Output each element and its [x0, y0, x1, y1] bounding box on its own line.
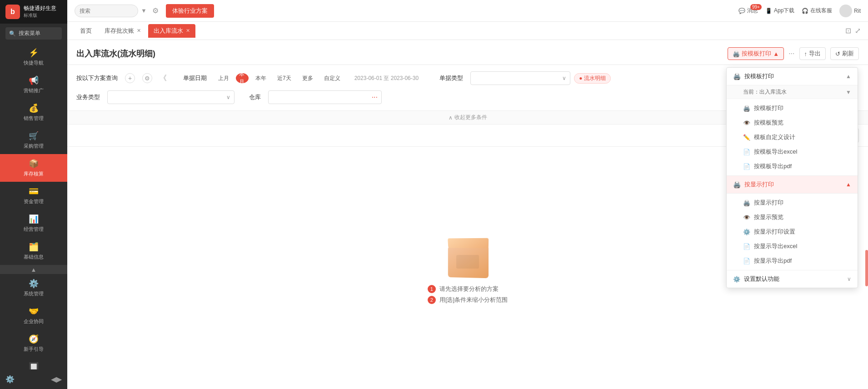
mobile-icon: 📱	[765, 8, 772, 14]
display-section-arrow: ▲	[846, 181, 851, 188]
filter-add-btn[interactable]: +	[125, 73, 135, 83]
purchase-icon: 🛒	[29, 131, 39, 141]
user-name: Rit	[854, 8, 861, 14]
topbar-settings-icon[interactable]: ⚙	[152, 6, 159, 15]
dropdown-template-custom[interactable]: ✏️ 模板自定义设计	[727, 130, 858, 145]
default-func-label: 设置默认功能	[744, 275, 779, 283]
sidebar-item-sales[interactable]: 💰 销售管理	[0, 99, 67, 126]
doc-type-select[interactable]: ∨	[470, 71, 570, 85]
user-menu[interactable]: Rit	[839, 5, 861, 17]
service-label: 在线客服	[810, 7, 832, 15]
dropdown-default-func[interactable]: ⚙️ 设置默认功能 ∨	[727, 270, 858, 288]
industry-solution-btn[interactable]: 体验行业方案	[166, 4, 214, 18]
tab-batch-account-close[interactable]: ✕	[137, 28, 141, 34]
app-download-label: App下载	[774, 7, 794, 15]
sidebar-item-quick-nav[interactable]: ⚡ 快捷导航	[0, 43, 67, 71]
dropdown-display-settings[interactable]: ⚙️ 按显示打印设置	[727, 224, 858, 239]
sales-icon: 💰	[29, 103, 39, 113]
dropdown-display-preview[interactable]: 👁️ 按显示预览	[727, 210, 858, 224]
dropdown-template-pdf[interactable]: 📄 按模板导出pdf	[727, 159, 858, 174]
current-template-label: 当前：出入库流水	[743, 88, 787, 96]
date-label: 单据日期	[183, 74, 207, 82]
export-icon: ↑	[804, 50, 808, 57]
tab-inout-flow[interactable]: 出入库流水 ✕	[148, 24, 195, 38]
sidebar-bottom: ⚙️ ◀▶	[0, 369, 67, 389]
dropdown-display-header[interactable]: 🖨️ 按显示打印 ▲	[727, 176, 858, 194]
tab-batch-account[interactable]: 库存批次账 ✕	[99, 24, 146, 38]
print-template-icon: 🖨️	[733, 73, 741, 80]
sidebar-item-system[interactable]: ⚙️ 系统管理	[0, 274, 67, 302]
user-avatar	[839, 5, 852, 17]
date-this-month[interactable]: 本月	[236, 73, 249, 83]
template-custom-icon: ✏️	[743, 134, 750, 141]
sidebar-item-purchase[interactable]: 🛒 采购管理	[0, 126, 67, 154]
notification-badge: 99+	[750, 4, 762, 10]
sidebar-item-app-center[interactable]: 🔲 应用中心	[0, 357, 67, 369]
display-excel-icon: 📄	[743, 243, 750, 250]
warehouse-select[interactable]: ···	[268, 90, 382, 104]
page-actions: 🖨️ 按模板打印 ▲ ··· ↑ 导出 ↺ 刷新	[728, 47, 859, 60]
export-btn[interactable]: ↑ 导出	[799, 47, 826, 60]
business-type-label: 业务类型	[76, 93, 100, 101]
sidebar-item-enterprise[interactable]: 🤝 企业协同	[0, 302, 67, 329]
online-service-btn[interactable]: 🎧 在线客服	[802, 7, 832, 15]
sidebar-item-inventory[interactable]: 📦 库存核算	[0, 154, 67, 182]
filter-settings-btn[interactable]: ⚙	[142, 73, 152, 83]
topbar-search-input[interactable]	[75, 5, 138, 17]
dropdown-template-preview[interactable]: 👁️ 按模板预览	[727, 115, 858, 130]
sidebar-item-guide[interactable]: 🧭 新手引导	[0, 329, 67, 357]
current-template-row[interactable]: 当前：出入库流水 ▼	[727, 85, 858, 99]
tab-batch-account-label: 库存批次账	[105, 27, 134, 35]
dropdown-display-header-left: 🖨️ 按显示打印	[733, 180, 774, 189]
sidebar-scroll-up[interactable]: ▲	[0, 265, 67, 274]
sidebar-item-basic-info[interactable]: 🗂️ 基础信息	[0, 237, 67, 265]
print-template-btn[interactable]: 🖨️ 按模板打印 ▲	[728, 47, 784, 60]
purchase-label: 采购管理	[24, 143, 44, 150]
empty-illustration	[440, 232, 495, 278]
dropdown-display-print[interactable]: 🖨️ 按显示打印	[727, 195, 858, 210]
date-range-display: 2023-06-01 至 2023-06-30	[354, 75, 419, 82]
refresh-btn[interactable]: ↺ 刷新	[830, 47, 859, 60]
business-type-select[interactable]: ∨	[107, 90, 234, 104]
dropdown-template-print[interactable]: 🖨️ 按模板打印	[727, 101, 858, 115]
date-last-month[interactable]: 上月	[214, 73, 233, 84]
inventory-icon: 📦	[29, 159, 39, 169]
dropdown-template-header[interactable]: 🖨️ 按模板打印 ▲	[727, 68, 858, 85]
default-func-arrow: ∨	[847, 276, 851, 282]
enterprise-label: 企业协同	[24, 318, 44, 325]
search-menu-button[interactable]: 🔍 搜索菜单	[5, 27, 62, 40]
tag-label: 流水明细	[584, 75, 606, 82]
page-title: 出入库流水(流水明细)	[76, 48, 155, 59]
sidebar-item-finance[interactable]: 💳 资金管理	[0, 182, 67, 209]
system-icon: ⚙️	[29, 279, 39, 289]
tab-inout-flow-close[interactable]: ✕	[186, 28, 190, 34]
template-items-group: 🖨️ 按模板打印 👁️ 按模板预览 ✏️ 模板自定义设计 📄 按模板导出exce…	[727, 99, 858, 176]
dropdown-template-header-left: 🖨️ 按模板打印	[733, 72, 774, 80]
display-print-icon: 🖨️	[733, 181, 741, 188]
filter-collapse-btn[interactable]: 《	[160, 74, 167, 83]
sidebar-settings-btn[interactable]: ⚙️	[5, 375, 15, 384]
sidebar-item-marketing[interactable]: 📢 营销推广	[0, 71, 67, 99]
dropdown-template-excel[interactable]: 📄 按模板导出excel	[727, 145, 858, 159]
print-more-icon[interactable]: ···	[788, 50, 794, 58]
date-this-year[interactable]: 本年	[251, 73, 270, 84]
template-custom-label: 模板自定义设计	[754, 133, 795, 141]
dropdown-display-excel[interactable]: 📄 按显示导出excel	[727, 239, 858, 254]
warehouse-more-btn[interactable]: ···	[372, 93, 378, 101]
date-custom[interactable]: 自定义	[320, 73, 344, 84]
dropdown-display-pdf[interactable]: 📄 按显示导出pdf	[727, 254, 858, 268]
finance-icon: 💳	[29, 186, 39, 196]
topbar-search-dropdown[interactable]: ▼	[141, 7, 147, 14]
operation-label: 经营管理	[24, 226, 44, 233]
sidebar-item-operation[interactable]: 📊 经营管理	[0, 209, 67, 237]
tab-restore-btn[interactable]: ⊡	[845, 26, 851, 35]
app-download-btn[interactable]: 📱 App下载	[765, 7, 794, 15]
sidebar-collapse-btn[interactable]: ◀▶	[51, 375, 62, 384]
tab-maximize-btn[interactable]: ⤢	[855, 26, 861, 35]
notification-btn[interactable]: 💬 消息 99+	[738, 7, 758, 15]
tab-home[interactable]: 首页	[75, 24, 97, 38]
collapse-conditions-btn[interactable]: ∧ 收起更多条件	[449, 114, 487, 121]
date-more[interactable]: 更多	[298, 73, 317, 84]
date-7days[interactable]: 近7天	[273, 73, 295, 84]
active-filter-tag[interactable]: ● 流水明细	[574, 73, 611, 84]
